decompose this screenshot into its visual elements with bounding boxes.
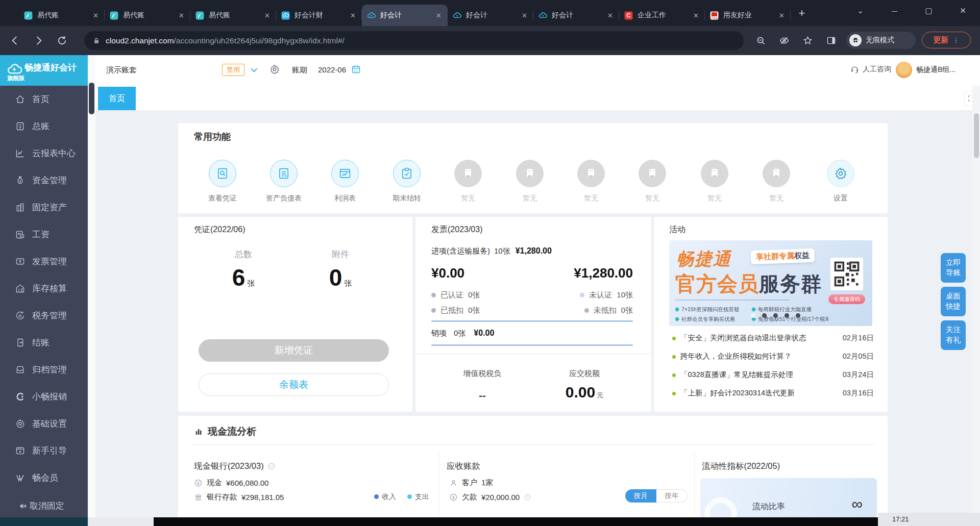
tab-menu-chevron-icon[interactable]: ⌄ [843,0,877,21]
tab-close-icon[interactable]: ✕ [692,12,700,19]
browser-tab[interactable]: 易代账 ✕ [105,5,190,26]
disabled-tag[interactable]: 禁用 [222,64,244,76]
sidebar-item[interactable]: 新手引导 [0,437,88,464]
tab-home[interactable]: 首页 [98,87,136,110]
pagination-dot[interactable] [785,313,789,318]
pagination-dot[interactable] [762,313,767,318]
browser-tab[interactable]: C 企业工作 ✕ [619,5,705,26]
address-bar[interactable]: cloud2.chanjet.com/accounting/uh26t264j5… [84,31,744,50]
quick-function-item[interactable]: 暂无 [622,160,683,203]
browser-tab[interactable]: 易代账 ✕ [19,5,105,26]
support-link[interactable]: 人工咨询 [850,64,891,74]
balance-sheet-button[interactable]: 余额表 [199,373,389,396]
user-avatar[interactable] [896,62,912,78]
quick-function-item[interactable]: 暂无 [746,160,807,203]
reload-icon[interactable] [56,35,68,46]
quick-function-item[interactable]: 暂无 [437,160,499,203]
browser-tab[interactable]: 好会计 ✕ [533,5,619,26]
incognito-badge[interactable]: 无痕模式 [846,32,916,49]
quick-function-item[interactable]: 期末结转 [376,160,437,203]
quick-function-circle[interactable] [701,160,728,187]
bookmark-star-icon[interactable] [802,35,813,46]
question-icon[interactable]: ? [267,462,276,470]
quick-function-circle[interactable] [763,160,790,187]
quick-function-item[interactable]: 暂无 [499,160,560,203]
activity-banner[interactable]: 畅捷通 享社群专属权益 官方会员服务群 7×15h资深顾问在线答疑每周财税行业大… [669,240,872,326]
user-name[interactable]: 畅捷通B组... [916,65,963,74]
pagination-dot[interactable] [796,313,800,318]
quick-function-item[interactable]: 利润表 [314,160,376,203]
back-icon[interactable] [9,35,21,46]
sidebar-unpin-button[interactable]: 取消固定 [17,500,64,512]
toggle-year-button[interactable]: 按年 [656,489,688,503]
zoom-search-icon[interactable] [755,35,766,46]
tab-close-icon[interactable]: ✕ [434,12,443,19]
quick-function-item[interactable]: 查看凭证 [192,160,253,203]
sidebar-item[interactable]: 首页 [0,86,88,113]
news-item[interactable]: 跨年收入，企业所得税如何计算？ 02月05日 [654,352,888,370]
quick-function-item[interactable]: 设置 [810,160,871,203]
float-action-button[interactable]: 关注有礼 [941,320,966,350]
news-item[interactable]: 「安全」关闭浏览器自动退出登录状态 02月16日 [654,333,888,352]
sidebar-scrollbar-thumb[interactable] [89,83,94,114]
sidebar-item[interactable]: 税 税务管理 [0,302,88,329]
sidebar-item[interactable]: 云报表中心 [0,140,88,167]
eye-off-icon[interactable] [779,35,790,46]
float-action-button[interactable]: 桌面快捷 [941,287,966,316]
sidebar-item[interactable]: 工资 [0,221,88,248]
add-voucher-button[interactable]: 新增凭证 [199,339,389,362]
tab-close-icon[interactable]: ✕ [777,12,786,19]
sidebar-item[interactable]: 结账 [0,329,88,356]
tab-close-icon[interactable]: ✕ [91,12,100,19]
question-icon[interactable]: ? [524,493,531,501]
new-tab-button[interactable]: + [795,7,808,20]
calendar-icon[interactable] [351,64,361,74]
period-value[interactable]: 2022-06 [318,65,346,74]
sidebar-item[interactable]: 资金管理 [0,167,88,194]
quick-function-circle[interactable] [639,160,666,187]
browser-tab[interactable]: 易代账 ✕ [190,5,276,26]
update-button[interactable]: 更新 ⋮ [922,32,971,48]
browser-tab[interactable]: 好会计 ✕ [448,5,533,26]
tab-close-icon[interactable]: ✕ [263,12,272,19]
page-scrollbar-thumb[interactable] [974,113,979,158]
window-maximize-button[interactable]: ▢ [912,0,946,21]
settings-gear-icon[interactable] [269,64,280,75]
side-panel-icon[interactable] [826,35,837,46]
window-close-button[interactable]: ✕ [946,0,980,21]
sidebar-item[interactable]: 小畅报销 [0,383,88,410]
browser-tab[interactable]: 好会计财 ✕ [276,5,362,26]
quick-function-item[interactable]: 资产负债表 [253,160,314,203]
sidebar-item[interactable]: 畅会员 [0,464,88,491]
sidebar-item[interactable]: 固定资产 [0,194,88,221]
sidebar-item[interactable]: 库存核算 [0,275,88,302]
chevron-down-icon[interactable] [249,64,260,76]
quick-function-circle[interactable] [331,160,359,187]
quick-function-circle[interactable] [827,160,854,187]
sidebar-item[interactable]: 归档管理 [0,356,88,383]
quick-function-circle[interactable] [454,160,482,187]
quick-function-item[interactable]: 暂无 [560,160,622,203]
quick-function-circle[interactable] [516,160,544,187]
tab-close-icon[interactable]: ✕ [349,12,357,19]
news-item[interactable]: 「上新」好会计20230314迭代更新 03月16日 [654,388,888,407]
browser-tab[interactable]: Chanjet 用友好业 ✕ [705,5,791,26]
sidebar-item[interactable]: 发票管理 [0,248,88,275]
float-action-button[interactable]: 立即导账 [941,253,966,283]
quick-function-item[interactable]: 暂无 [684,160,745,203]
browser-tab[interactable]: 好会计 ✕ [362,5,448,26]
sidebar-scrollbar[interactable] [88,55,95,517]
tab-close-icon[interactable]: ✕ [606,12,615,19]
page-scrollbar[interactable] [972,86,980,517]
news-item[interactable]: 「0328直播课」常见结账提示处理 03月24日 [654,370,888,388]
pagination-dot[interactable] [751,313,755,318]
quick-function-circle[interactable] [577,160,605,187]
sidebar-item[interactable]: 总账 [0,113,88,140]
more-menu-icon[interactable]: ⋮ [953,36,960,44]
pagination-dot[interactable] [773,313,778,318]
window-minimize-button[interactable]: ─ [877,0,912,21]
sidebar-item[interactable]: 基础设置 [0,410,88,437]
quick-function-circle[interactable] [393,160,421,187]
toggle-month-button[interactable]: 按月 [625,489,656,503]
quick-function-circle[interactable] [209,160,236,187]
